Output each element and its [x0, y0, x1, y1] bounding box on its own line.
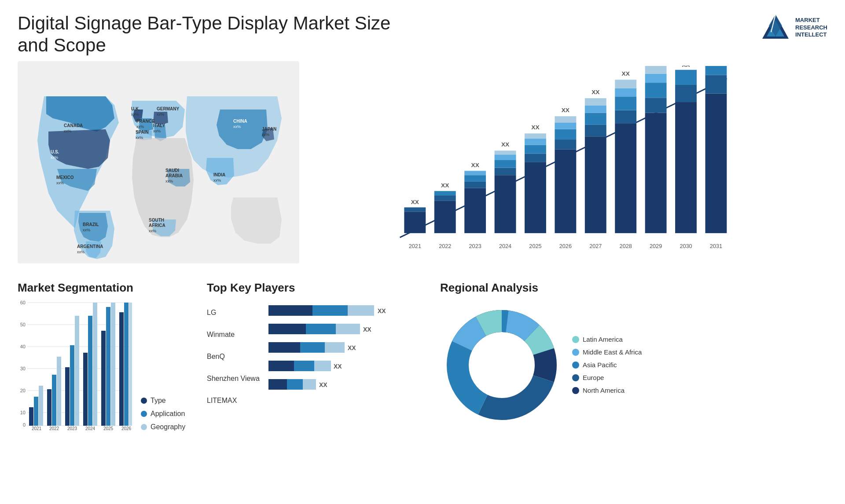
svg-rect-91	[645, 83, 667, 98]
svg-rect-152	[268, 342, 300, 353]
europe-color	[572, 374, 579, 381]
logo-area: MARKET RESEARCH INTELLECT	[760, 12, 827, 43]
svg-rect-86	[615, 80, 636, 88]
svg-text:XX: XX	[378, 307, 386, 314]
north-america-color	[572, 387, 579, 394]
legend-item-type: Type	[141, 397, 185, 405]
svg-rect-160	[268, 379, 287, 390]
svg-text:xx%: xx%	[233, 124, 241, 129]
segmentation-chart: 60 50 40 30 20 10 0	[18, 299, 132, 431]
svg-text:xx%: xx%	[165, 179, 173, 183]
application-dot	[141, 411, 147, 417]
bottom-section: Market Segmentation 60 50 40 30 20 10 0	[0, 272, 845, 504]
players-bars-svg: XX XX XX XX	[268, 303, 409, 396]
svg-rect-49	[464, 182, 486, 188]
latin-america-label: Latin America	[583, 336, 623, 343]
svg-rect-72	[555, 116, 576, 123]
svg-text:SOUTH: SOUTH	[149, 218, 164, 223]
svg-rect-162	[303, 379, 316, 390]
svg-text:XX: XX	[562, 106, 569, 113]
svg-rect-140	[119, 312, 124, 426]
svg-text:XX: XX	[712, 66, 720, 67]
svg-rect-129	[70, 345, 74, 426]
svg-rect-50	[464, 175, 486, 182]
regional-analysis: Regional Analysis	[440, 281, 827, 504]
svg-text:ARGENTINA: ARGENTINA	[77, 244, 103, 249]
svg-rect-149	[306, 324, 336, 334]
svg-rect-39	[404, 212, 426, 233]
svg-text:20: 20	[20, 388, 26, 393]
svg-text:ARABIA: ARABIA	[165, 173, 183, 178]
svg-rect-103	[705, 66, 727, 75]
svg-rect-132	[83, 353, 88, 426]
svg-rect-125	[52, 375, 56, 426]
svg-text:XX: XX	[319, 381, 327, 388]
svg-rect-134	[93, 303, 97, 426]
middle-east-label: Middle East & Africa	[583, 348, 642, 356]
svg-text:xx%: xx%	[157, 112, 164, 117]
svg-rect-65	[525, 133, 546, 139]
svg-text:AFRICA: AFRICA	[149, 223, 165, 228]
svg-rect-76	[585, 125, 606, 136]
svg-text:SPAIN: SPAIN	[136, 130, 149, 135]
svg-text:GERMANY: GERMANY	[157, 106, 179, 111]
page-title: Digital Signage Bar-Type Display Market …	[18, 12, 414, 57]
svg-rect-63	[525, 145, 546, 154]
svg-text:U.K.: U.K.	[131, 106, 140, 111]
svg-text:XX: XX	[334, 363, 342, 370]
svg-text:INDIA: INDIA	[213, 172, 225, 177]
svg-rect-138	[111, 303, 115, 426]
svg-text:xx%: xx%	[51, 155, 58, 160]
legend-application-label: Application	[151, 410, 185, 418]
key-players: Top Key Players LG Winmate BenQ Shenzhen…	[207, 281, 427, 504]
main-content: CANADA xx% U.S. xx% MEXICO xx% BRAZIL xx…	[0, 61, 845, 272]
svg-text:XX: XX	[652, 66, 660, 67]
svg-rect-98	[675, 70, 697, 85]
regional-title: Regional Analysis	[440, 281, 827, 295]
legend-type-label: Type	[151, 397, 166, 405]
svg-rect-121	[34, 397, 38, 426]
svg-rect-56	[495, 160, 516, 168]
logo-text: MARKET RESEARCH INTELLECT	[795, 17, 827, 39]
svg-rect-141	[124, 303, 129, 426]
world-map-svg: CANADA xx% U.S. xx% MEXICO xx% BRAZIL xx…	[18, 61, 299, 263]
svg-text:xx%: xx%	[131, 112, 139, 117]
svg-text:xx%: xx%	[213, 178, 221, 183]
svg-text:2026: 2026	[559, 243, 572, 249]
svg-rect-124	[47, 389, 51, 426]
svg-rect-92	[645, 73, 667, 83]
svg-rect-101	[705, 93, 727, 233]
svg-rect-148	[268, 324, 306, 334]
logo-icon	[760, 12, 791, 43]
svg-rect-136	[101, 331, 106, 426]
svg-rect-75	[585, 136, 606, 233]
svg-point-170	[470, 333, 533, 397]
svg-rect-55	[495, 168, 516, 175]
svg-text:CHINA: CHINA	[233, 119, 247, 124]
svg-rect-69	[555, 139, 576, 149]
svg-text:ITALY: ITALY	[153, 123, 165, 128]
svg-rect-40	[404, 207, 426, 212]
svg-rect-102	[705, 75, 727, 93]
svg-rect-157	[294, 361, 314, 371]
svg-text:xx%: xx%	[83, 228, 90, 232]
svg-text:CANADA: CANADA	[64, 123, 83, 128]
legend-asia-pacific: Asia Pacific	[572, 361, 642, 369]
player-name-shenzhen: Shenzhen Viewa	[207, 372, 260, 386]
svg-rect-158	[314, 361, 331, 371]
world-map: CANADA xx% U.S. xx% MEXICO xx% BRAZIL xx…	[18, 61, 290, 263]
svg-text:xx%: xx%	[136, 124, 144, 129]
svg-text:xx%: xx%	[149, 229, 156, 233]
legend-item-application: Application	[141, 410, 185, 418]
svg-text:xx%: xx%	[77, 250, 84, 254]
svg-text:MEXICO: MEXICO	[56, 175, 74, 180]
middle-east-color	[572, 349, 579, 356]
svg-rect-137	[106, 307, 110, 426]
growth-bar-chart: XX 2021 XX 2022 XX 2023 XX 2024	[308, 66, 819, 255]
player-name-lg: LG	[207, 306, 260, 320]
svg-text:2027: 2027	[589, 243, 602, 249]
svg-rect-71	[555, 123, 576, 129]
svg-rect-144	[268, 305, 312, 316]
asia-pacific-color	[572, 362, 579, 369]
svg-rect-126	[57, 357, 61, 426]
